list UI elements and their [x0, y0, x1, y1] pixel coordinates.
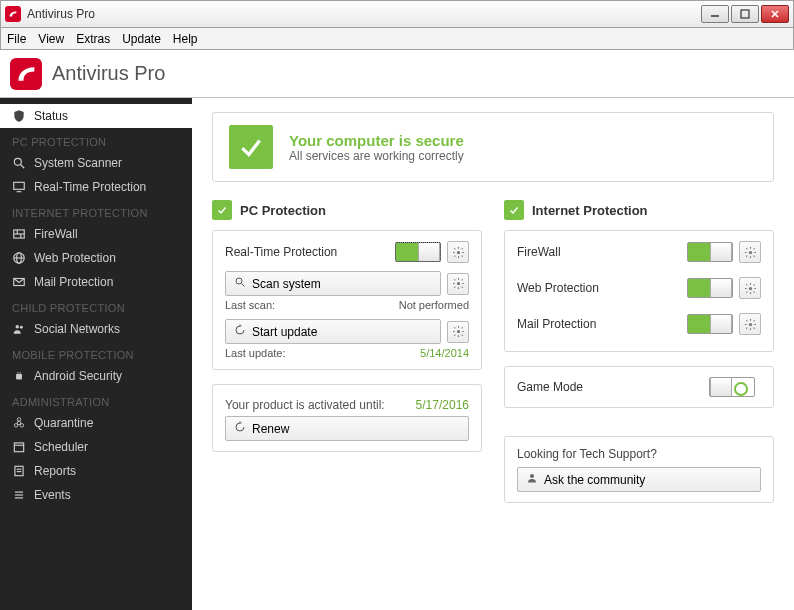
svg-point-16 [16, 325, 20, 329]
mail-settings-button[interactable] [739, 313, 761, 335]
menu-view[interactable]: View [38, 32, 64, 46]
svg-point-33 [456, 250, 459, 253]
sidebar-item-scheduler[interactable]: Scheduler [0, 435, 192, 459]
minimize-button[interactable] [701, 5, 729, 23]
sidebar-item-scanner[interactable]: System Scanner [0, 151, 192, 175]
sidebar-item-social[interactable]: Social Networks [0, 317, 192, 341]
svg-point-37 [456, 330, 459, 333]
globe-icon [12, 251, 26, 265]
svg-point-36 [456, 282, 459, 285]
calendar-icon [12, 440, 26, 454]
scan-system-button[interactable]: Scan system [225, 271, 441, 296]
status-subtitle: All services are working correctly [289, 149, 464, 163]
maximize-button[interactable] [731, 5, 759, 23]
renew-button-label: Renew [252, 422, 289, 436]
sidebar-header-internet: INTERNET PROTECTION [0, 199, 192, 222]
check-icon [504, 200, 524, 220]
sidebar-item-label: Mail Protection [34, 275, 113, 289]
window-titlebar: Antivirus Pro [0, 0, 794, 28]
sidebar-item-label: Web Protection [34, 251, 116, 265]
realtime-settings-button[interactable] [447, 241, 469, 263]
support-panel: Looking for Tech Support? Ask the commun… [504, 436, 774, 503]
game-mode-label: Game Mode [517, 380, 709, 394]
game-mode-panel: Game Mode [504, 366, 774, 408]
sidebar-item-status[interactable]: Status [0, 104, 192, 128]
svg-point-24 [20, 424, 24, 428]
sidebar-item-label: Quarantine [34, 416, 93, 430]
list-icon [12, 488, 26, 502]
person-icon [526, 472, 538, 487]
content-area: Your computer is secure All services are… [192, 98, 794, 610]
sidebar: Status PC PROTECTION System Scanner Real… [0, 98, 192, 610]
realtime-toggle[interactable] [395, 242, 441, 262]
svg-rect-1 [741, 10, 749, 18]
sidebar-item-firewall[interactable]: FireWall [0, 222, 192, 246]
svg-line-5 [21, 165, 25, 169]
scan-settings-button[interactable] [447, 273, 469, 295]
sidebar-item-label: Real-Time Protection [34, 180, 146, 194]
web-toggle[interactable] [687, 278, 733, 298]
menu-extras[interactable]: Extras [76, 32, 110, 46]
check-badge-icon [229, 125, 273, 169]
svg-point-22 [17, 418, 21, 422]
svg-rect-6 [14, 182, 25, 189]
users-icon [12, 322, 26, 336]
svg-point-19 [17, 372, 18, 373]
svg-rect-18 [16, 374, 22, 380]
app-logo-icon [10, 58, 42, 90]
check-icon [212, 200, 232, 220]
sidebar-item-web[interactable]: Web Protection [0, 246, 192, 270]
last-scan-label: Last scan: [225, 299, 399, 311]
update-button-label: Start update [252, 325, 317, 339]
firewall-icon [12, 227, 26, 241]
svg-point-40 [748, 322, 751, 325]
mail-toggle[interactable] [687, 314, 733, 334]
pc-protection-panel: PC Protection Real-Time Protection Scan … [212, 200, 482, 370]
sidebar-item-realtime[interactable]: Real-Time Protection [0, 175, 192, 199]
biohazard-icon [12, 416, 26, 430]
refresh-icon [234, 324, 246, 339]
monitor-icon [12, 180, 26, 194]
ask-community-label: Ask the community [544, 473, 645, 487]
update-settings-button[interactable] [447, 321, 469, 343]
firewall-settings-button[interactable] [739, 241, 761, 263]
sidebar-item-events[interactable]: Events [0, 483, 192, 507]
renew-button[interactable]: Renew [225, 416, 469, 441]
mail-icon [12, 275, 26, 289]
sidebar-item-quarantine[interactable]: Quarantine [0, 411, 192, 435]
realtime-label: Real-Time Protection [225, 245, 395, 259]
menu-file[interactable]: File [7, 32, 26, 46]
scan-button-label: Scan system [252, 277, 321, 291]
report-icon [12, 464, 26, 478]
sidebar-item-reports[interactable]: Reports [0, 459, 192, 483]
ask-community-button[interactable]: Ask the community [517, 467, 761, 492]
app-header: Antivirus Pro [0, 50, 794, 98]
game-mode-toggle[interactable] [709, 377, 755, 397]
support-label: Looking for Tech Support? [517, 447, 761, 461]
sidebar-item-label: Social Networks [34, 322, 120, 336]
svg-point-34 [236, 278, 242, 284]
menu-update[interactable]: Update [122, 32, 161, 46]
sidebar-item-label: System Scanner [34, 156, 122, 170]
menubar: File View Extras Update Help [0, 28, 794, 50]
svg-rect-25 [14, 443, 23, 452]
activated-label: Your product is activated until: [225, 398, 416, 412]
status-title: Your computer is secure [289, 132, 464, 149]
web-settings-button[interactable] [739, 277, 761, 299]
sidebar-header-child: CHILD PROTECTION [0, 294, 192, 317]
start-update-button[interactable]: Start update [225, 319, 441, 344]
firewall-toggle[interactable] [687, 242, 733, 262]
firewall-label: FireWall [517, 245, 687, 259]
search-icon [234, 276, 246, 291]
svg-point-39 [748, 286, 751, 289]
sidebar-item-android[interactable]: Android Security [0, 364, 192, 388]
sidebar-item-mail[interactable]: Mail Protection [0, 270, 192, 294]
sidebar-header-pc: PC PROTECTION [0, 128, 192, 151]
refresh-icon [234, 421, 246, 436]
app-title: Antivirus Pro [52, 62, 165, 85]
close-button[interactable] [761, 5, 789, 23]
menu-help[interactable]: Help [173, 32, 198, 46]
status-card: Your computer is secure All services are… [212, 112, 774, 182]
svg-point-17 [20, 326, 23, 329]
svg-point-4 [14, 158, 21, 165]
